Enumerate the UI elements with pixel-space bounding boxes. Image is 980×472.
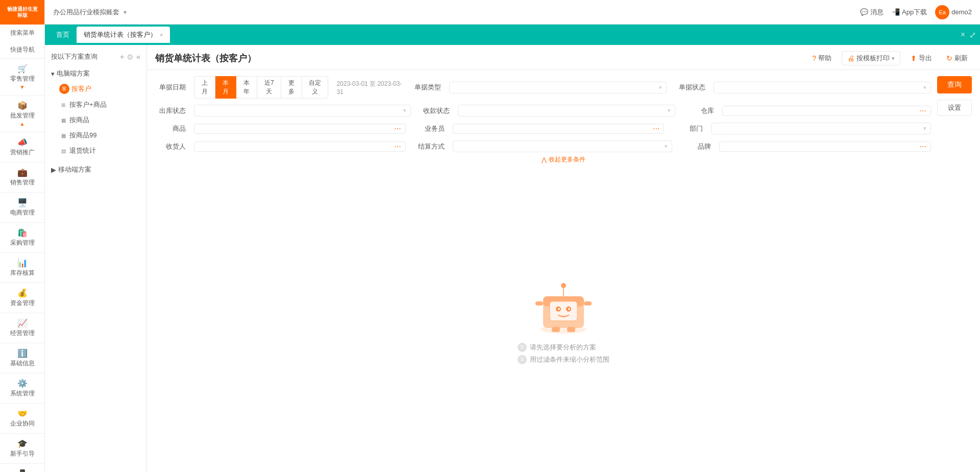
brand-ellipsis[interactable]: ···	[916, 142, 930, 151]
sidebar-shortcut[interactable]: 快捷导航	[0, 41, 44, 59]
svg-rect-3	[550, 301, 577, 321]
date-btn-7days[interactable]: 近7天	[257, 76, 281, 99]
template-print-btn[interactable]: 🖨 按模板打印 ▾	[842, 51, 900, 65]
out-status-select[interactable]: ▾	[194, 105, 411, 116]
sidebar-item-enterprise[interactable]: 🤝 企业协同	[0, 404, 44, 434]
avatar: Ea	[935, 5, 949, 19]
receiver-label: 收货人	[155, 142, 186, 151]
out-status-arrow: ▾	[403, 107, 406, 114]
message-action[interactable]: 💬 消息	[860, 8, 884, 17]
filter-row-3: 商品 ··· 业务员 ··· 部门	[155, 123, 931, 134]
industry-title: 办公用品行业模拟账套	[53, 8, 119, 17]
help-btn[interactable]: ? 帮助	[808, 52, 836, 65]
settlement-arrow: ▾	[665, 143, 668, 150]
user-action[interactable]: Ea demo2	[935, 5, 972, 19]
receiver-ellipsis[interactable]: ···	[390, 142, 405, 151]
brand-label: 品牌	[680, 142, 711, 151]
sidebar-item-sales[interactable]: 💼 销售管理	[0, 162, 44, 193]
download-icon: 📲	[892, 8, 900, 16]
date-range-group: 上月 本月 本年 近7天 更多 自定义	[194, 76, 328, 99]
tab-close-icon[interactable]: ×	[160, 32, 163, 38]
settlement-select[interactable]: ▾	[453, 140, 673, 152]
bill-status-arrow: ▾	[923, 84, 926, 91]
tab-maximize-btn[interactable]: ⤢	[969, 30, 976, 40]
svg-rect-10	[535, 301, 543, 305]
sidebar-item-inventory[interactable]: 📊 库存核算	[0, 253, 44, 283]
svg-point-7	[568, 308, 570, 310]
tree-item-return[interactable]: ▤ 退货统计	[45, 143, 146, 158]
filter-row-2: 出库状态 ▾ 收款状态 ▾ 仓库	[155, 105, 931, 116]
system-icon: ⚙️	[17, 379, 28, 388]
customer-goods-icon: ⊞	[59, 101, 67, 109]
logo-text: 畅捷通好生意 标版	[7, 6, 38, 18]
svg-point-9	[561, 283, 566, 288]
date-btn-more[interactable]: 更多	[281, 76, 302, 99]
return-icon: ▤	[59, 147, 67, 155]
sidebar-item-purchase[interactable]: 🛍️ 采购管理	[0, 223, 44, 253]
page-header-actions: ? 帮助 🖨 按模板打印 ▾ ⬆ 导出 ↻ 刷新	[808, 51, 972, 65]
goods-ellipsis[interactable]: ···	[390, 124, 405, 133]
inventory-icon: 📊	[17, 258, 28, 268]
sidebar-item-basic[interactable]: ℹ️ 基础信息	[0, 343, 44, 373]
empty-illustration	[530, 278, 597, 335]
sidebar: 畅捷通好生意 标版 搜索菜单 快捷导航 🛒 零售管理 ▼ 📦 批发管理 ▲ 📣 …	[0, 0, 45, 472]
industry-dropdown[interactable]: ▾	[124, 9, 127, 16]
add-scheme-icon[interactable]: +	[120, 53, 124, 61]
date-btn-this-year[interactable]: 本年	[236, 76, 257, 99]
retail-icon: 🛒	[17, 64, 28, 74]
tab-home[interactable]: 首页	[49, 27, 77, 43]
date-btn-custom[interactable]: 自定义	[302, 76, 328, 99]
svg-point-6	[558, 308, 560, 310]
print-dropdown-icon: ▾	[892, 55, 895, 62]
right-panel: 销货单统计表（按客户） ? 帮助 🖨 按模板打印 ▾ ⬆ 导出	[147, 45, 980, 472]
sidebar-search[interactable]: 搜索菜单	[0, 25, 44, 41]
department-select[interactable]: ▾	[711, 123, 931, 134]
date-btn-this-month[interactable]: 本月	[215, 76, 236, 99]
filter-area: 单据日期 上月 本月 本年 近7天 更多 自定义 20	[147, 70, 980, 173]
sidebar-item-ecommerce[interactable]: 🖥️ 电商管理	[0, 193, 44, 223]
bill-type-arrow: ▾	[659, 84, 662, 91]
tree-item-by-customer[interactable]: 客 按客户	[45, 81, 146, 97]
bill-type-label: 单据类型	[410, 83, 441, 92]
receipt-status-label: 收款状态	[419, 106, 450, 115]
collapse-panel-icon[interactable]: «	[136, 53, 140, 61]
empty-hint-2: ② 用过滤条件来缩小分析范围	[518, 355, 609, 364]
bill-type-select[interactable]: ▾	[449, 82, 667, 93]
tree-item-goods99[interactable]: ▦ 按商品99	[45, 128, 146, 143]
tab-active[interactable]: 销货单统计表（按客户） ×	[77, 27, 170, 43]
tree-group-mobile-label[interactable]: ▶ 移动端方案	[45, 162, 146, 177]
tree-item-customer-goods[interactable]: ⊞ 按客户+商品	[45, 97, 146, 112]
sidebar-item-wholesale[interactable]: 📦 批发管理 ▲	[0, 96, 44, 132]
top-header-left: 办公用品行业模拟账套 ▾	[53, 8, 127, 17]
tab-minimize-btn[interactable]: ×	[961, 30, 965, 39]
settings-scheme-icon[interactable]: ⊙	[127, 53, 133, 61]
management-icon: 📈	[17, 318, 28, 328]
bill-status-select[interactable]: ▾	[714, 82, 931, 93]
purchase-icon: 🛍️	[17, 228, 28, 238]
app-download-action[interactable]: 📲 App下载	[892, 8, 927, 17]
tree-group-pc-label[interactable]: ▾ 电脑端方案	[45, 66, 146, 81]
message-icon: 💬	[860, 8, 868, 16]
sidebar-item-management[interactable]: 📈 经营管理	[0, 313, 44, 343]
salesperson-ellipsis[interactable]: ···	[649, 124, 664, 133]
sidebar-item-apps[interactable]: 📱 应用中心	[0, 464, 44, 472]
date-btn-last-month[interactable]: 上月	[194, 76, 215, 99]
receipt-status-select[interactable]: ▾	[458, 105, 675, 116]
sidebar-item-guide[interactable]: 🎓 新手引导	[0, 434, 44, 464]
export-btn[interactable]: ⬆ 导出	[906, 52, 936, 65]
query-button[interactable]: 查询	[937, 76, 972, 93]
warehouse-ellipsis[interactable]: ···	[916, 106, 930, 115]
collapse-filter-btn[interactable]: ⋀ 收起更多条件	[155, 152, 972, 167]
receipt-status-arrow: ▾	[668, 107, 671, 114]
sidebar-item-finance[interactable]: 💰 资金管理	[0, 283, 44, 313]
settings-button[interactable]: 设置	[937, 100, 972, 116]
refresh-btn[interactable]: ↻ 刷新	[942, 52, 972, 65]
content: 按以下方案查询 + ⊙ « ▾ 电脑端方案 客 按客户 ⊞	[45, 45, 980, 472]
out-status-label: 出库状态	[155, 106, 186, 115]
tree-item-goods[interactable]: ▦ 按商品	[45, 112, 146, 128]
empty-hint-1: ① 请先选择要分析的方案	[518, 343, 609, 352]
sidebar-item-retail[interactable]: 🛒 零售管理 ▼	[0, 59, 44, 96]
sidebar-item-system[interactable]: ⚙️ 系统管理	[0, 373, 44, 404]
sidebar-item-marketing[interactable]: 📣 营销推广	[0, 132, 44, 162]
marketing-icon: 📣	[17, 137, 28, 147]
